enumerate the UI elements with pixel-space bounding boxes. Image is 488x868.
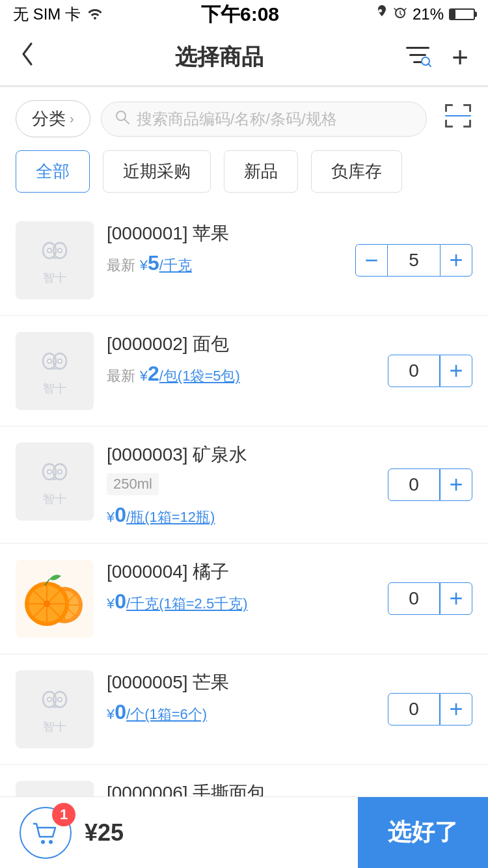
product-item: 智十 [0000002] 面包 最新 ¥2/包(1袋=5包) + <box>0 316 488 426</box>
status-time: 下午6:08 <box>201 1 279 28</box>
quantity-input[interactable] <box>388 355 440 387</box>
thumb-placeholder: 智十 <box>16 670 94 748</box>
svg-point-34 <box>59 470 61 473</box>
search-icon <box>115 109 130 129</box>
product-item: 智十 [0000005] 芒果 ¥0/个(1箱=6个) + <box>0 655 488 764</box>
quantity-decrease-button[interactable]: − <box>355 244 388 277</box>
svg-point-54 <box>48 698 51 701</box>
thumb-placeholder: 智十 <box>16 221 94 299</box>
svg-rect-3 <box>413 61 422 63</box>
status-bar: 无 SIM 卡 下午6:08 21% <box>0 0 488 29</box>
tab-new[interactable]: 新品 <box>224 150 298 193</box>
quantity-control: + <box>388 468 472 501</box>
tab-negative[interactable]: 负库存 <box>311 150 402 193</box>
svg-line-7 <box>124 119 129 124</box>
svg-rect-1 <box>406 47 429 49</box>
svg-point-28 <box>59 360 61 362</box>
category-button[interactable]: 分类 › <box>16 100 90 137</box>
product-details: [0000004] 橘子 ¥0/千克(1箱=2.5千克) <box>107 560 375 614</box>
back-button[interactable] <box>20 41 35 73</box>
thumb-placeholder: 智十 <box>16 442 94 521</box>
svg-point-69 <box>49 840 53 844</box>
location-icon <box>376 5 388 23</box>
cart-badge: 1 <box>52 803 75 826</box>
chevron-right-icon: › <box>70 111 74 126</box>
product-thumbnail <box>16 560 94 638</box>
tab-row: 全部 近期采购 新品 负库存 <box>0 150 488 206</box>
carrier-label: 无 SIM 卡 <box>13 4 81 25</box>
category-label: 分类 <box>32 107 66 130</box>
quantity-input[interactable] <box>388 693 440 726</box>
cart-section: 1 ¥25 <box>0 807 358 859</box>
search-placeholder: 搜索商品编码/名称/条码/规格 <box>137 109 337 129</box>
product-name: [0000001] 苹果 <box>107 221 342 246</box>
svg-rect-13 <box>445 120 447 128</box>
svg-point-33 <box>48 470 51 473</box>
product-thumbnail: 智十 <box>16 670 94 748</box>
quantity-input[interactable] <box>388 582 440 615</box>
product-name: [0000005] 芒果 <box>107 670 375 695</box>
product-thumbnail: 智十 <box>16 332 94 410</box>
cart-button[interactable]: 1 <box>20 807 72 859</box>
svg-point-22 <box>59 249 61 252</box>
nav-bar: 选择商品 + <box>0 29 488 86</box>
filter-row: 分类 › 搜索商品编码/名称/条码/规格 <box>0 87 488 150</box>
bottom-bar: 1 ¥25 选好了 <box>0 796 488 868</box>
svg-point-68 <box>41 840 45 844</box>
product-price: 最新 ¥5/千克 <box>107 251 342 275</box>
product-item: [0000004] 橘子 ¥0/千克(1箱=2.5千克) + <box>0 544 488 653</box>
svg-rect-16 <box>445 115 471 116</box>
product-name: [0000004] 橘子 <box>107 560 375 584</box>
product-price: ¥0/个(1箱=6个) <box>107 700 375 724</box>
product-name: [0000002] 面包 <box>107 332 375 357</box>
status-right: 21% <box>376 5 475 23</box>
product-thumbnail: 智十 <box>16 221 94 299</box>
product-list: 智十 [0000001] 苹果 最新 ¥5/千克 − + <box>0 206 488 868</box>
product-price: ¥0/千克(1箱=2.5千克) <box>107 590 375 614</box>
svg-rect-11 <box>469 104 471 112</box>
quantity-increase-button[interactable]: + <box>440 693 472 726</box>
product-details: [0000005] 芒果 ¥0/个(1箱=6个) <box>107 670 375 724</box>
svg-rect-2 <box>409 54 426 56</box>
battery-percentage: 21% <box>413 5 444 23</box>
owl-logo <box>35 346 74 378</box>
logo-text: 智十 <box>43 270 66 286</box>
product-price: ¥0/瓶(1箱=12瓶) <box>107 503 375 527</box>
quantity-control: − + <box>355 244 472 277</box>
quantity-increase-button[interactable]: + <box>440 355 472 387</box>
quantity-control: + <box>388 693 472 726</box>
tab-all[interactable]: 全部 <box>16 150 90 193</box>
quantity-increase-button[interactable]: + <box>440 582 472 615</box>
quantity-control: + <box>388 355 472 387</box>
battery-icon <box>449 8 475 20</box>
add-icon[interactable]: + <box>452 43 468 72</box>
product-thumbnail: 智十 <box>16 442 94 521</box>
thumb-placeholder: 智十 <box>16 332 94 410</box>
confirm-button[interactable]: 选好了 <box>358 797 488 869</box>
product-item: 智十 [0000001] 苹果 最新 ¥5/千克 − + <box>0 206 488 315</box>
status-left: 无 SIM 卡 <box>13 4 104 25</box>
product-spec: 250ml <box>107 473 159 495</box>
product-details: [0000001] 苹果 最新 ¥5/千克 <box>107 221 342 275</box>
svg-point-27 <box>48 360 51 362</box>
product-name: [0000003] 矿泉水 <box>107 442 375 467</box>
owl-logo <box>35 684 74 716</box>
quantity-increase-button[interactable]: + <box>440 244 472 277</box>
page-title: 选择商品 <box>175 42 264 72</box>
scan-icon[interactable] <box>444 103 472 135</box>
tab-recent[interactable]: 近期采购 <box>103 150 211 193</box>
alarm-icon <box>393 5 407 23</box>
wifi-icon <box>86 5 104 23</box>
quantity-input[interactable] <box>388 244 440 277</box>
owl-logo <box>35 456 74 489</box>
search-input-box[interactable]: 搜索商品编码/名称/条码/规格 <box>101 102 427 137</box>
svg-line-5 <box>428 64 431 66</box>
orange-image <box>16 560 94 638</box>
svg-rect-9 <box>445 104 447 112</box>
owl-logo <box>35 235 74 267</box>
quantity-increase-button[interactable]: + <box>440 468 472 501</box>
product-item: 智十 [0000003] 矿泉水 250ml ¥0/瓶(1箱=12瓶) + <box>0 427 488 543</box>
filter-icon[interactable] <box>403 42 432 72</box>
quantity-input[interactable] <box>388 468 440 501</box>
product-details: [0000003] 矿泉水 250ml ¥0/瓶(1箱=12瓶) <box>107 442 375 527</box>
